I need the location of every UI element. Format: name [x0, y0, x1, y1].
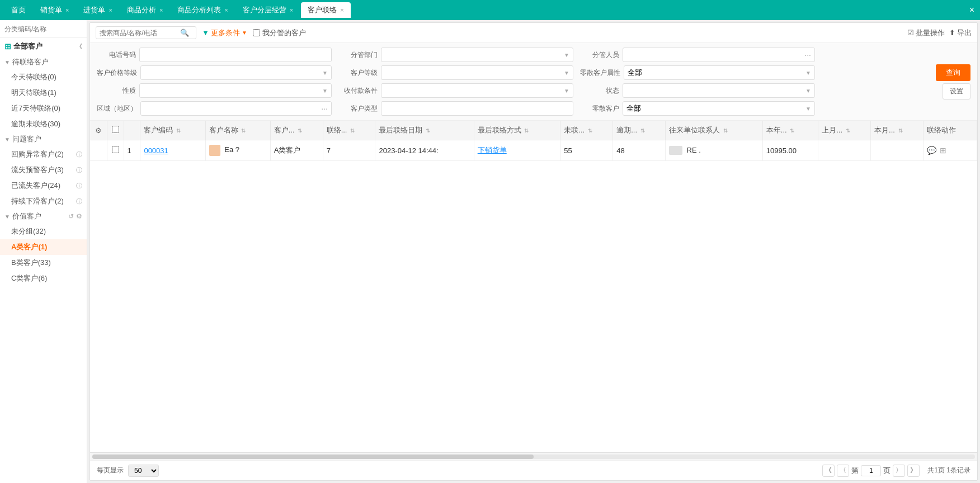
close-product-analysis-tab[interactable]: ×: [159, 7, 163, 13]
retail-attr-select[interactable]: 全部 ▼: [624, 65, 815, 80]
sidebar-item-today-contact[interactable]: 今天待联络(0): [0, 69, 87, 85]
sort-lm-icon[interactable]: ⇅: [846, 127, 850, 134]
sort-ty-icon[interactable]: ⇅: [790, 127, 794, 134]
settings-icon-value[interactable]: ⚙: [76, 212, 82, 220]
chat-icon[interactable]: 💬: [927, 146, 936, 155]
tab-purchase-order[interactable]: 进货单 ×: [77, 2, 119, 18]
th-last-contact-way: 最后联络方式 ⇅: [474, 121, 560, 140]
scroll-track[interactable]: [92, 454, 975, 459]
tab-customer-segmentation[interactable]: 客户分层经营 ×: [236, 2, 300, 18]
sort-lcw-icon[interactable]: ⇅: [524, 127, 529, 134]
customer-level-select[interactable]: ▼: [381, 65, 573, 80]
prev-page-btn[interactable]: 〈: [837, 465, 849, 477]
th-this-year: 本年... ⇅: [762, 121, 818, 140]
manager-input[interactable]: ···: [623, 48, 815, 62]
sort-contact-icon[interactable]: ⇅: [350, 127, 355, 134]
sort-overdue-icon[interactable]: ⇅: [640, 127, 645, 134]
export-btn[interactable]: ⬆ 导出: [949, 28, 972, 38]
sidebar-search-input[interactable]: [4, 25, 87, 33]
sidebar-item-b-class[interactable]: B类客户(33): [0, 255, 87, 271]
status-select[interactable]: ▼: [623, 83, 815, 98]
grid-icon: ⊞: [4, 42, 11, 51]
first-page-btn[interactable]: 《: [822, 465, 835, 477]
sidebar-item-overdue-contact[interactable]: 逾期未联络(30): [0, 116, 87, 132]
query-button[interactable]: 查询: [936, 64, 970, 81]
all-customers-header[interactable]: ⊞ 全部客户 《: [0, 38, 87, 55]
my-customers-checkbox[interactable]: [253, 29, 260, 36]
sort-tm-icon[interactable]: ⇅: [898, 127, 903, 134]
sidebar-collapse-btn[interactable]: 《: [76, 42, 82, 51]
th-settings[interactable]: ⚙: [90, 121, 107, 140]
tab-product-analysis-list[interactable]: 商品分析列表 ×: [171, 2, 234, 18]
last-contact-way-link[interactable]: 下销货单: [478, 146, 507, 154]
tab-customer-contact[interactable]: 客户联络 ×: [301, 2, 350, 18]
sidebar-item-ungrouped[interactable]: 未分组(32): [0, 224, 87, 239]
sidebar-group-value[interactable]: ▼ 价值客户 ↺ ⚙: [0, 209, 87, 224]
my-customers-check[interactable]: 我分管的客户: [253, 28, 306, 38]
page-size-select[interactable]: 50 100 200: [128, 465, 159, 477]
close-customer-seg-tab[interactable]: ×: [290, 7, 293, 13]
retail-attr-arrow: ▼: [805, 70, 811, 76]
info-icon-declining: ⓘ: [76, 197, 82, 206]
batch-op-btn[interactable]: ☑ 批量操作: [907, 28, 945, 38]
sidebar-item-churned[interactable]: 已流失客户(24) ⓘ: [0, 178, 87, 193]
close-customer-contact-tab[interactable]: ×: [340, 7, 343, 13]
td-row-checkbox[interactable]: [107, 140, 124, 161]
customer-type-input[interactable]: [381, 101, 573, 116]
more-filters-btn[interactable]: ▼ 更多条件 ▼: [202, 28, 247, 38]
th-checkbox[interactable]: [107, 121, 124, 140]
close-all-tabs[interactable]: ×: [969, 5, 974, 15]
customer-search-input[interactable]: [100, 29, 178, 37]
region-input[interactable]: ···: [140, 101, 332, 116]
sort-code-icon[interactable]: ⇅: [176, 127, 181, 134]
sidebar-item-c-class[interactable]: C类客户(6): [0, 271, 87, 286]
sidebar-group-problem[interactable]: ▼ 问题客户: [0, 132, 87, 146]
close-purchase-order-tab[interactable]: ×: [109, 7, 112, 13]
scroll-thumb[interactable]: [92, 454, 534, 459]
sidebar-item-repurchase-abnormal[interactable]: 回购异常客户(2) ⓘ: [0, 146, 87, 162]
filter-price-level: 客户价格等级 ▼: [97, 65, 332, 80]
row-checkbox[interactable]: [112, 146, 119, 153]
th-unit-contact: 往来单位联系人 ⇅: [665, 121, 762, 140]
sort-level-icon[interactable]: ⇅: [298, 127, 302, 134]
nature-select[interactable]: ▼: [139, 83, 332, 98]
phone-input[interactable]: [139, 48, 332, 62]
dept-select[interactable]: ▼: [381, 48, 573, 62]
payment-select[interactable]: ▼: [381, 83, 573, 98]
sort-name-icon[interactable]: ⇅: [241, 127, 246, 134]
sort-lcd-icon[interactable]: ⇅: [426, 127, 430, 134]
tab-product-analysis[interactable]: 商品分析 ×: [120, 2, 169, 18]
settings-button[interactable]: 设置: [943, 83, 970, 100]
last-page-btn[interactable]: 》: [907, 465, 920, 477]
price-level-select[interactable]: ▼: [140, 65, 332, 80]
refresh-icon[interactable]: ↺: [68, 212, 74, 220]
sort-uc-icon[interactable]: ⇅: [723, 127, 728, 134]
sidebar-item-churn-warning[interactable]: 流失预警客户(3) ⓘ: [0, 162, 87, 178]
td-last-contact-way: 下销货单: [474, 140, 560, 161]
search-box: 🔍: [96, 26, 196, 39]
retail-customer-select[interactable]: 全部 ▼: [623, 101, 815, 116]
filter-nature: 性质 ▼: [97, 83, 332, 98]
main-layout: 🔍 ⊞ 全部客户 《 ▼ 待联络客户 今天待联络(0) 明天待联络(1) 近7天…: [0, 20, 980, 483]
select-all-checkbox[interactable]: [112, 126, 119, 133]
td-no-contact: 55: [560, 140, 613, 161]
horizontal-scrollbar[interactable]: [90, 452, 977, 460]
home-tab[interactable]: 首页: [4, 5, 32, 15]
filter-retail-attr: 零散客户属性 全部 ▼: [580, 65, 815, 80]
tab-sales-order[interactable]: 销货单 ×: [34, 2, 76, 18]
sort-nc-icon[interactable]: ⇅: [588, 127, 592, 134]
close-product-analysis-list-tab[interactable]: ×: [224, 7, 228, 13]
sidebar-item-tomorrow-contact[interactable]: 明天待联络(1): [0, 85, 87, 101]
td-level: A类客户: [270, 140, 323, 161]
page-number-input[interactable]: [861, 465, 881, 476]
sidebar-item-a-class[interactable]: A类客户(1): [0, 239, 87, 255]
sidebar-item-declining[interactable]: 持续下滑客户(2) ⓘ: [0, 193, 87, 209]
sidebar-group-pending[interactable]: ▼ 待联络客户: [0, 55, 87, 69]
sidebar-item-7days-contact[interactable]: 近7天待联络(0): [0, 101, 87, 116]
next-page-btn[interactable]: 〉: [893, 465, 905, 477]
th-this-month: 本月... ⇅: [871, 121, 924, 140]
search-icon[interactable]: 🔍: [180, 29, 189, 37]
close-sales-order-tab[interactable]: ×: [65, 7, 69, 13]
qr-icon[interactable]: ⊞: [940, 146, 946, 155]
td-code[interactable]: 000031: [140, 140, 205, 161]
